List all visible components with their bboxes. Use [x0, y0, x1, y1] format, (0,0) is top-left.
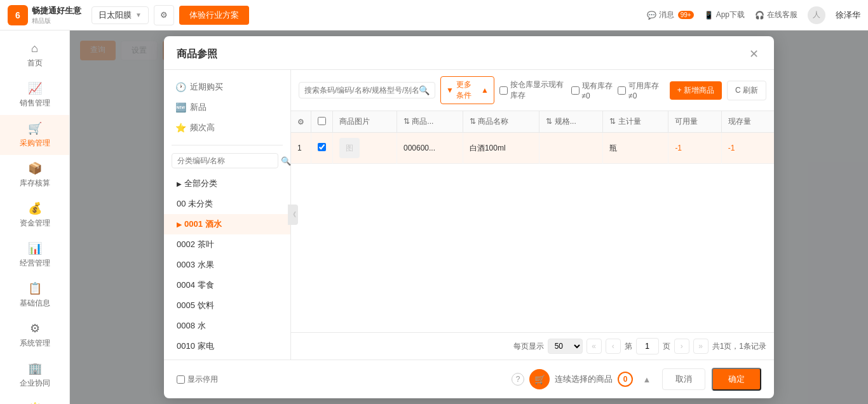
category-0005[interactable]: 0005 饮料 [164, 295, 290, 316]
category-00[interactable]: 00 未分类 [164, 194, 290, 214]
sidebar-item-enterprise[interactable]: 🏢 企业协同 [0, 355, 69, 395]
sort-spec-icon: ⇅ [546, 117, 552, 126]
category-0004[interactable]: 0004 零食 [164, 275, 290, 295]
messages-button[interactable]: 💬 消息 99+ [647, 10, 694, 20]
th-settings[interactable]: ⚙ [291, 111, 311, 133]
first-page-icon: « [592, 342, 596, 351]
content-area: 查询 设置 刷新 商品参照 ✕ [70, 30, 868, 404]
sidebar-item-finance[interactable]: 💰 资金管理 [0, 195, 69, 235]
new-icon: 🆕 [175, 102, 186, 112]
modal-overlay: 商品参照 ✕ 🕐 近期购买 🆕 [70, 30, 868, 404]
th-code[interactable]: ⇅ 商品... [397, 111, 463, 133]
page-number-input[interactable] [636, 338, 659, 354]
logo-text: 畅捷通好生意 精品版 [32, 5, 81, 25]
product-search-icon[interactable]: 🔍 [419, 85, 430, 95]
user-name-button[interactable]: 徐泽华 [836, 10, 860, 21]
category-all[interactable]: ▶ 全部分类 [164, 173, 290, 194]
gear-icon: ⚙ [160, 10, 168, 20]
confirm-button[interactable]: 确定 [712, 368, 761, 391]
th-unit[interactable]: ⇅ 主计量 [603, 111, 668, 133]
display-disabled-label[interactable]: 显示停用 [177, 374, 218, 385]
tab-new-products[interactable]: 🆕 新品 [169, 98, 285, 117]
sidebar-label-system: 系统管理 [20, 338, 50, 349]
help-icon-button[interactable]: ? [512, 373, 524, 386]
sidebar-item-guide[interactable]: 🌟 新手引导 [0, 395, 69, 404]
last-page-button[interactable]: » [693, 339, 709, 354]
refresh-button[interactable]: C 刷新 [727, 81, 766, 100]
th-image: 商品图片 [333, 111, 397, 133]
prev-page-icon: ‹ [612, 342, 614, 351]
expand-cart-button[interactable]: ▲ [638, 370, 656, 388]
row-select-checkbox[interactable] [318, 143, 326, 151]
purchase-icon: 🛒 [28, 121, 42, 135]
category-0002[interactable]: 0002 茶叶 [164, 234, 290, 255]
row-unit: 瓶 [603, 133, 668, 164]
select-all-checkbox[interactable] [318, 117, 326, 125]
th-name[interactable]: ⇅ 商品名称 [463, 111, 539, 133]
row-image: 图 [333, 133, 397, 164]
logo-icon: 6 [8, 5, 28, 25]
table-row[interactable]: 1 图 [291, 133, 774, 164]
home-icon: ⌂ [31, 42, 38, 55]
app-download-button[interactable]: 📱 App下载 [704, 10, 745, 20]
dialog-title: 商品参照 [177, 48, 217, 61]
sidebar-item-system[interactable]: ⚙ 系统管理 [0, 315, 69, 355]
product-search-input[interactable] [304, 86, 419, 95]
next-page-button[interactable]: › [674, 339, 689, 354]
sales-icon: 📈 [28, 81, 42, 95]
product-table-wrap: ⚙ 商品图片 [291, 111, 774, 332]
usable-stock-check[interactable] [618, 86, 626, 95]
usable-stock-checkbox[interactable]: 可用库存≠0 [618, 81, 660, 100]
dropdown-arrow-icon: ▼ [135, 11, 142, 18]
category-0008[interactable]: 0008 水 [164, 316, 290, 336]
sidebar-item-home[interactable]: ⌂ 首页 [0, 36, 69, 75]
first-page-button[interactable]: « [587, 339, 602, 354]
th-usable: 可用量 [668, 111, 721, 133]
sidebar-item-base[interactable]: 📋 基础信息 [0, 275, 69, 315]
system-icon: ⚙ [30, 321, 40, 335]
left-panel: 🕐 近期购买 🆕 新品 ⭐ 频次高 [164, 70, 291, 360]
category-search-icon[interactable]: 🔍 [281, 156, 291, 166]
th-spec[interactable]: ⇅ 规格... [539, 111, 603, 133]
page-suffix-label: 页 [663, 341, 670, 352]
dialog-close-button[interactable]: ✕ [746, 46, 761, 62]
per-page-select[interactable]: 50 100 200 [548, 339, 583, 354]
chevron-up-icon: ▲ [643, 375, 651, 384]
trial-button[interactable]: 体验行业方案 [179, 6, 249, 25]
more-filter-button[interactable]: ▼ 更多条件 ▲ [440, 76, 494, 104]
recent-icon: 🕐 [175, 82, 186, 92]
sidebar-item-sales[interactable]: 📈 销售管理 [0, 75, 69, 115]
sidebar-item-operation[interactable]: 📊 经营管理 [0, 235, 69, 275]
cancel-button[interactable]: 取消 [662, 368, 705, 390]
prev-page-button[interactable]: ‹ [606, 339, 621, 354]
product-thumbnail: 图 [339, 138, 360, 158]
display-disabled-checkbox[interactable] [177, 375, 185, 384]
filter-arrow-icon: ▲ [481, 86, 489, 95]
sidebar: ⌂ 首页 📈 销售管理 🛒 采购管理 📦 库存核算 💰 资金管理 📊 经营管理 … [0, 30, 70, 404]
collapse-panel-button[interactable]: 《 [288, 205, 298, 225]
settings-button[interactable]: ⚙ [154, 5, 174, 25]
tab-recent-purchase[interactable]: 🕐 近期购买 [169, 77, 285, 97]
category-0003[interactable]: 0003 水果 [164, 255, 290, 275]
column-settings-icon[interactable]: ⚙ [297, 118, 304, 126]
warehouse-stock-check[interactable] [499, 86, 508, 95]
per-page-label: 每页显示 [513, 341, 544, 352]
th-select[interactable] [311, 111, 333, 133]
add-product-button[interactable]: + 新增商品 [670, 81, 722, 100]
warehouse-stock-checkbox[interactable]: 按仓库显示现有库存 [499, 79, 566, 101]
row-checkbox[interactable] [311, 133, 333, 164]
nav-dropdown[interactable]: 日太阳膜 ▼ [92, 6, 149, 24]
category-0001[interactable]: ▶ 0001 酒水 [164, 214, 290, 234]
online-service-button[interactable]: 🎧 在线客服 [755, 10, 797, 20]
sidebar-item-purchase[interactable]: 🛒 采购管理 [0, 115, 69, 155]
sidebar-item-inventory[interactable]: 📦 库存核算 [0, 155, 69, 195]
nonzero-stock-check[interactable] [571, 86, 580, 95]
cart-area: ? 🛒 连续选择的商品 0 ▲ [512, 369, 656, 389]
tab-frequent[interactable]: ⭐ 频次高 [169, 118, 285, 137]
category-search-input[interactable] [172, 153, 278, 168]
logo-area: 6 畅捷通好生意 精品版 [8, 5, 81, 25]
sidebar-label-enterprise: 企业协同 [20, 378, 50, 389]
category-0010[interactable]: 0010 家电 [164, 336, 290, 354]
sidebar-label-operation: 经营管理 [20, 258, 50, 269]
nonzero-stock-checkbox[interactable]: 现有库存≠0 [571, 81, 613, 100]
